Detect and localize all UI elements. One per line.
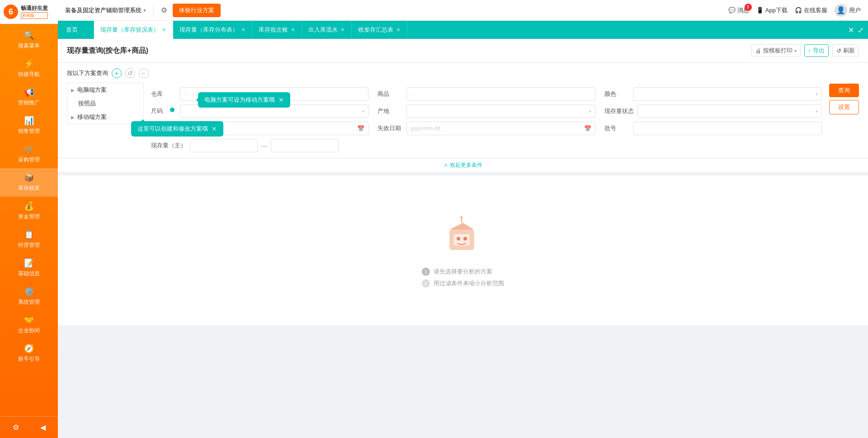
refresh-scheme-btn[interactable]: ↺ <box>125 68 135 78</box>
batch-no-input[interactable] <box>633 122 822 135</box>
sidebar-collapse-btn[interactable]: ◀ <box>38 421 47 433</box>
query-btn[interactable]: 查询 <box>829 84 859 97</box>
tabbar: 首页 现存量（库存状况表） ✕ 现存量（库存分布表） ✕ 库存批次账 ✕ 出入库… <box>58 21 868 39</box>
filter-row-4: 现存量（主） — <box>151 139 822 152</box>
online-service-btn[interactable]: 🎧 在线客服 <box>795 6 827 14</box>
sidebar-item-basic-info[interactable]: 📝 基础信息 <box>0 254 58 282</box>
tab-inventory-status[interactable]: 现存量（库存状况表） ✕ <box>94 21 173 39</box>
color-dropdown-icon: ▾ <box>816 92 818 97</box>
sidebar-item-inventory[interactable]: 📦 库存核算 <box>0 168 58 197</box>
sidebar: 6 畅通好生意 标准版 🔍 搜索菜单 ⚡ 快捷导航 📢 营销推广 📊 销售管理 … <box>0 0 58 438</box>
tab-home[interactable]: 首页 <box>58 21 94 39</box>
purchase-icon: 🛒 <box>24 144 34 154</box>
message-icon: 💬 <box>728 7 736 14</box>
calendar-expiry-icon: 📅 <box>584 125 591 132</box>
stock-main-from-input[interactable] <box>190 139 258 152</box>
filter-section: 按以下方案查询 + ↺ ← ▶ 电脑端方案 <box>58 63 868 158</box>
calendar-icon: 📅 <box>357 125 364 132</box>
system-title[interactable]: 装备及固定资产辅助管理系统 ▾ <box>65 6 146 14</box>
connector-dot-scheme <box>170 108 175 112</box>
message-badge: 6 <box>745 4 752 11</box>
scheme-tree-pc[interactable]: ▶ 电脑端方案 <box>67 83 143 97</box>
sidebar-item-marketing[interactable]: 📢 营销推广 <box>0 83 58 111</box>
sidebar-item-sales[interactable]: 📊 销售管理 <box>0 111 58 140</box>
system-icon: ⚙️ <box>24 287 34 297</box>
newbie-icon: 🧭 <box>24 344 34 353</box>
sidebar-item-quick-nav[interactable]: ⚡ 快捷导航 <box>0 54 58 83</box>
page-header-actions: 🖨 按模板打印 ▾ ↑ 导出 ↺ 刷新 <box>751 44 859 62</box>
origin-dropdown-icon: ▾ <box>589 109 591 114</box>
sidebar-item-newbie[interactable]: 🧭 新手引导 <box>0 339 58 367</box>
quick-nav-icon: ⚡ <box>24 59 34 69</box>
expiry-date-input[interactable]: yyyy-mm-dd 📅 <box>406 122 595 135</box>
filter-color: 颜色 ▾ <box>604 87 822 101</box>
warehouse-dots: ··· <box>184 91 189 97</box>
template-print-btn[interactable]: 🖨 按模板打印 ▾ <box>751 44 801 57</box>
collapse-bar[interactable]: ∧ 收起更多条件 <box>58 158 868 172</box>
stock-status-select[interactable]: ▾ <box>637 104 822 118</box>
topbar-settings-icon[interactable]: ⚙ <box>161 6 167 14</box>
sidebar-item-system[interactable]: ⚙️ 系统管理 <box>0 282 58 311</box>
export-btn[interactable]: ↑ 导出 <box>804 44 829 57</box>
scheme-tree-pc-sub[interactable]: 按照品 <box>67 97 143 110</box>
sidebar-settings-btn[interactable]: ⚙ <box>11 421 21 433</box>
sidebar-item-search-menu[interactable]: 🔍 搜索菜单 <box>0 26 58 54</box>
tab-close-inventory-dist[interactable]: ✕ <box>241 27 245 33</box>
tab-inout-flow[interactable]: 出入库流水 ✕ <box>302 21 352 39</box>
refresh-btn[interactable]: ↺ 刷新 <box>832 44 859 57</box>
basic-info-icon: 📝 <box>24 258 34 268</box>
tab-batch-account[interactable]: 库存批次账 ✕ <box>252 21 302 39</box>
color-select[interactable]: ▾ <box>633 87 822 101</box>
filter-stock-status: 现存量状态 ▾ <box>604 104 822 118</box>
stock-main-to-input[interactable] <box>271 139 339 152</box>
back-scheme-btn[interactable]: ← <box>139 68 149 78</box>
svg-point-4 <box>463 237 467 240</box>
size-dropdown-icon: ▾ <box>362 109 364 114</box>
user-profile-btn[interactable]: 👤 用户 <box>835 4 861 17</box>
logo-icon: 6 <box>4 5 18 19</box>
maximize-btn[interactable]: ⤢ <box>858 26 863 34</box>
topbar-right: 💬 6 消息 📱 App下载 🎧 在线客服 👤 用户 <box>728 4 861 17</box>
scheme-tooltip-close[interactable]: ✕ <box>278 96 284 104</box>
collapse-arrow-icon: ∧ <box>443 162 448 168</box>
filter-body: ▶ 电脑端方案 按照品 ▶ 移动端方案 仓库 <box>67 83 859 152</box>
setting-btn[interactable]: 设置 <box>829 100 859 114</box>
tab-close-inventory-status[interactable]: ✕ <box>162 27 166 33</box>
range-dash: — <box>261 142 267 149</box>
empty-state: 1 请先选择要分析的方案 2 用过滤条件来缩小分析范围 <box>58 175 868 325</box>
edit-tooltip-close[interactable]: ✕ <box>212 125 217 132</box>
add-scheme-btn[interactable]: + <box>112 68 122 78</box>
close-all-tabs-btn[interactable]: ✕ <box>848 26 854 34</box>
topbar: 装备及固定资产辅助管理系统 ▾ ⚙ 体验行业方案 💬 6 消息 📱 App下载 … <box>58 0 868 21</box>
tab-close-receive-summary[interactable]: ✕ <box>396 27 401 33</box>
phone-icon: 📱 <box>756 7 764 14</box>
search-menu-icon: 🔍 <box>24 30 34 40</box>
stock-status-dropdown-icon: ▾ <box>816 109 818 114</box>
sidebar-item-finance[interactable]: 💰 资金管理 <box>0 197 58 225</box>
sidebar-item-enterprise[interactable]: 🤝 企业协同 <box>0 311 58 339</box>
tab-receive-summary[interactable]: 收发存汇总表 ✕ <box>352 21 407 39</box>
logo-text: 畅通好生意 标准版 <box>21 5 48 19</box>
expand-arrow-icon: ▶ <box>71 88 75 93</box>
empty-step-2: 2 用过滤条件来缩小分析范围 <box>422 278 504 289</box>
sidebar-logo: 6 畅通好生意 标准版 <box>0 0 58 24</box>
tab-inventory-dist[interactable]: 现存量（库存分布表） ✕ <box>173 21 252 39</box>
goods-select[interactable]: ··· <box>406 87 595 101</box>
page-header: 现存量查询(按仓库+商品) 🖨 按模板打印 ▾ ↑ 导出 ↺ 刷新 <box>58 39 868 63</box>
expand-mobile-arrow-icon: ▶ <box>71 115 75 120</box>
message-btn[interactable]: 💬 6 消息 <box>728 6 749 14</box>
tab-close-inout-flow[interactable]: ✕ <box>340 27 345 33</box>
tab-close-batch-account[interactable]: ✕ <box>291 27 295 33</box>
scheme-tree: ▶ 电脑端方案 按照品 ▶ 移动端方案 <box>67 83 144 124</box>
dropdown-icon: ▾ <box>794 48 797 53</box>
filter-row-3: 生产日期 yyyy-mm-dd 📅 失效日期 yyyy-mm-dd 📅 <box>151 122 822 135</box>
sidebar-item-operation[interactable]: 📋 经营管理 <box>0 225 58 254</box>
app-download-btn[interactable]: 📱 App下载 <box>756 6 788 14</box>
scheme-tooltip: 电脑方案可设为移动方案哦 ✕ <box>198 92 290 108</box>
finance-icon: 💰 <box>24 201 34 211</box>
sidebar-item-purchase[interactable]: 🛒 采购管理 <box>0 140 58 168</box>
filter-action-buttons: 查询 设置 <box>829 83 859 114</box>
tabbar-right-actions: ✕ ⤢ <box>844 21 868 39</box>
origin-select[interactable]: ▾ <box>406 104 595 118</box>
trial-btn[interactable]: 体验行业方案 <box>173 4 221 17</box>
